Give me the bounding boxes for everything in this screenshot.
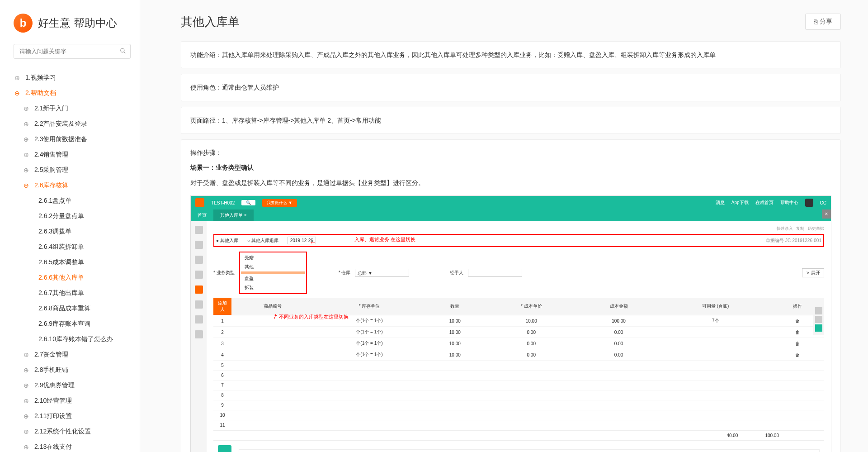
- plus-icon: [23, 413, 30, 420]
- search-box: [14, 44, 131, 59]
- logo-icon: b: [14, 14, 33, 33]
- nav-2-6-1[interactable]: 2.6.1盘点单: [14, 193, 131, 209]
- ss-tabs: 首页 其他入库单 × ×: [191, 209, 831, 221]
- nav-2-3[interactable]: 2.3使用前数据准备: [14, 132, 131, 147]
- nav-2-9[interactable]: 2.9优惠券管理: [14, 378, 131, 393]
- path-label: 页面路径：: [190, 117, 222, 124]
- intro-label: 功能介绍：: [190, 51, 222, 58]
- ss-dropdown: 受赠 其他 盘盈 拆装: [239, 252, 307, 294]
- nav-2-5[interactable]: 2.5采购管理: [14, 162, 131, 178]
- minus-icon: [14, 90, 21, 97]
- ss-totals: 40.00 100.00: [213, 430, 824, 440]
- scene1-title: 场景一：业务类型确认: [190, 164, 831, 172]
- ss-remark: 备注信息 请输入单据备注: [213, 440, 824, 452]
- nav-2-6-8[interactable]: 2.6.8商品成本重算: [14, 301, 131, 316]
- nav-2-11[interactable]: 2.11打印设置: [14, 409, 131, 424]
- main-content: 其他入库单 ⎘ 分享 功能介绍：其他入库单用来处理除采购入库、产成品入库之外的其…: [140, 0, 868, 452]
- row-action-icon: 🗑: [771, 338, 824, 349]
- nav-2-6-9[interactable]: 2.6.9库存账本查询: [14, 316, 131, 332]
- sidebar: b 好生意 帮助中心 1.视频学习 2.帮助文档 2.1新手入门 2.2产品安装…: [0, 0, 140, 452]
- nav-2-13[interactable]: 2.13在线支付: [14, 439, 131, 452]
- nav-2-6-5[interactable]: 2.6.5成本调整单: [14, 255, 131, 270]
- ss-icon: [195, 330, 203, 338]
- nav-2-6-10[interactable]: 2.6.10库存账本错了怎么办: [14, 332, 131, 347]
- ss-icon: [195, 300, 203, 309]
- ss-icon: [195, 315, 203, 324]
- minus-icon: [23, 182, 30, 189]
- ss-header: TEST-H002 🔍 我要做什么 ▼ 消息 App下载 在成首页 帮助中心 C…: [191, 196, 831, 209]
- arrow-icon: ←: [309, 238, 316, 247]
- remark-icon: [218, 445, 231, 452]
- page-header: 其他入库单 ⎘ 分享: [181, 14, 841, 30]
- plus-icon: [23, 136, 30, 143]
- ss-icon: [195, 226, 203, 234]
- nav-2-6-2[interactable]: 2.6.2分量盘点单: [14, 209, 131, 224]
- ss-form-row: * 业务类型 受赠 其他 盘盈 拆装 * 仓库 总部 ▼: [213, 252, 824, 294]
- info-path: 页面路径：1、库存核算->库存管理->其他入库单 2、首页->常用功能: [181, 107, 841, 134]
- ss-form-area: * 业务类型 受赠 其他 盘盈 拆装 * 仓库 总部 ▼: [213, 252, 824, 430]
- plus-icon: [23, 351, 30, 358]
- ss-orange-btn: 我要做什么 ▼: [262, 199, 297, 207]
- intro-text: 其他入库单用来处理除采购入库、产成品入库之外的其他入库业务，因此其他入库单可处理…: [222, 51, 716, 58]
- nav-2-1[interactable]: 2.1新手入门: [14, 101, 131, 116]
- path-text: 1、库存核算->库存管理->其他入库单 2、首页->常用功能: [222, 117, 381, 124]
- th-add: 添加人: [213, 298, 231, 315]
- nav-2-7[interactable]: 2.7资金管理: [14, 347, 131, 362]
- info-role: 使用角色：通常由仓管人员维护: [181, 74, 841, 101]
- screenshot-image: TEST-H002 🔍 我要做什么 ▼ 消息 App下载 在成首页 帮助中心 C…: [190, 195, 831, 452]
- share-icon: ⎘: [814, 18, 817, 25]
- ss-header-right: 消息 App下载 在成首页 帮助中心 CC: [716, 199, 826, 207]
- search-input[interactable]: [14, 44, 131, 59]
- nav-2-8[interactable]: 2.8手机旺铺: [14, 362, 131, 378]
- nav-2-6-6[interactable]: 2.6.6其他入库单: [14, 270, 131, 285]
- ss-body: 快速录入 复制 历史单据 ● 其他入库 ○ 其他入库退库 2019-12-26 …: [191, 221, 831, 452]
- avatar-icon: [805, 199, 813, 207]
- ss-input: 总部 ▼: [355, 269, 409, 277]
- ss-search: 🔍: [241, 200, 255, 205]
- ss-icon: [195, 241, 203, 249]
- ss-logo-icon: [195, 198, 204, 207]
- plus-icon: [23, 151, 30, 158]
- nav-2-4[interactable]: 2.4销售管理: [14, 147, 131, 162]
- nav-2-6-4[interactable]: 2.6.4组装拆卸单: [14, 239, 131, 255]
- annotation-text-2: ↗ 不同业务的入库类型在这里切换: [272, 313, 349, 320]
- tool-icon: [815, 324, 822, 332]
- ss-icon: [195, 271, 203, 279]
- plus-icon: [23, 397, 30, 404]
- plus-icon: [23, 105, 30, 112]
- nav-tree: 1.视频学习 2.帮助文档 2.1新手入门 2.2产品安装及登录 2.3使用前数…: [14, 70, 131, 452]
- plus-icon: [23, 120, 30, 128]
- role-label: 使用角色：: [190, 84, 222, 91]
- close-icon: ×: [822, 209, 831, 219]
- nav-2-10[interactable]: 2.10经营管理: [14, 393, 131, 409]
- ss-icon-active: [195, 285, 203, 294]
- plus-icon: [23, 366, 30, 374]
- nav-2-6-3[interactable]: 2.6.3调拨单: [14, 224, 131, 239]
- role-text: 通常由仓管人员维护: [222, 84, 279, 91]
- row-action-icon: 🗑: [771, 349, 824, 361]
- logo-text: 好生意 帮助中心: [38, 16, 117, 30]
- nav-video-learning[interactable]: 1.视频学习: [14, 70, 131, 86]
- plus-icon: [23, 428, 30, 435]
- ss-tab-home: 首页: [191, 209, 213, 221]
- ss-sidebar: [191, 221, 207, 452]
- search-icon[interactable]: [120, 48, 126, 55]
- logo-area: b 好生意 帮助中心: [14, 14, 131, 33]
- plus-icon: [23, 443, 30, 451]
- nav-2-12[interactable]: 2.12系统个性化设置: [14, 424, 131, 439]
- tool-icon: [815, 316, 822, 323]
- ss-icon: [195, 256, 203, 264]
- nav-2-6-7[interactable]: 2.6.7其他出库单: [14, 285, 131, 301]
- ss-toolbar: 快速录入 复制 历史单据: [213, 226, 824, 232]
- nav-2-2[interactable]: 2.2产品安装及登录: [14, 116, 131, 132]
- svg-point-0: [121, 48, 124, 52]
- annotation-text: 入库、退货业务 在这里切换: [354, 236, 415, 243]
- arrow-icon: ↗: [271, 312, 279, 321]
- nav-2-6[interactable]: 2.6库存核算: [14, 178, 131, 193]
- ss-input: [468, 269, 522, 277]
- ss-content: 快速录入 复制 历史单据 ● 其他入库 ○ 其他入库退库 2019-12-26 …: [207, 221, 831, 452]
- remark-input: 请输入单据备注: [239, 449, 820, 452]
- steps-label: 操作步骤：: [190, 149, 831, 157]
- share-button[interactable]: ⎘ 分享: [805, 14, 841, 30]
- nav-help-docs[interactable]: 2.帮助文档: [14, 86, 131, 101]
